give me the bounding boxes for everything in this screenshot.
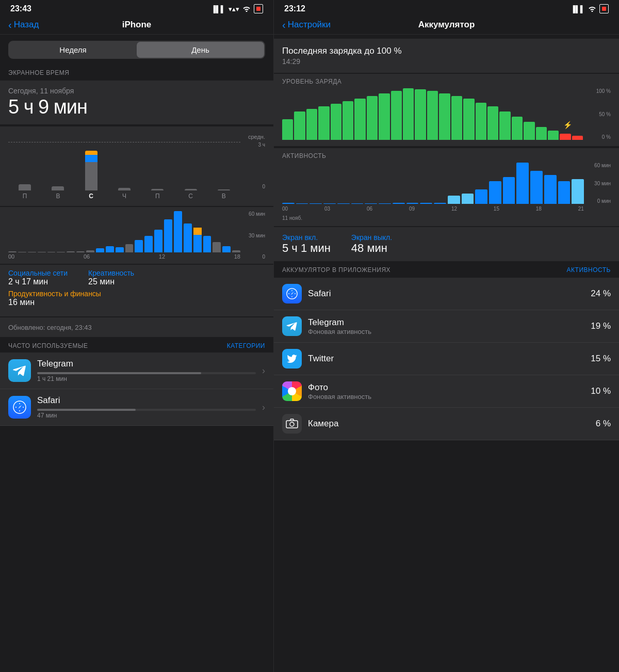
activity-chart-relative: 60 мин 30 мин 0 мин xyxy=(282,163,611,204)
screen-on-label: Экран вкл. xyxy=(282,233,331,242)
batt-app-row-twitter[interactable]: Twitter 15 % xyxy=(274,343,619,375)
right-back-button[interactable]: ‹ Настройки xyxy=(282,19,331,31)
segment-day[interactable]: День xyxy=(137,42,264,58)
bar-label-в2: В xyxy=(222,193,226,200)
bar-label-ч: Ч xyxy=(122,193,126,200)
screen-off-value: 48 мин xyxy=(351,242,392,255)
telegram-batt-name: Telegram xyxy=(308,317,584,328)
h-bar-20 xyxy=(203,236,211,252)
batt-app-row-photos[interactable]: Фото Фоновая активность 10 % xyxy=(274,375,619,408)
batt-bar-18 xyxy=(487,106,498,140)
act-x-09: 09 xyxy=(409,206,415,212)
right-nav-title: Аккумулятор xyxy=(418,20,475,30)
act-bar-18 xyxy=(530,171,543,204)
bar-label-с2: С xyxy=(188,193,193,200)
h-bar-21 xyxy=(213,242,221,252)
bar-С2: С xyxy=(174,133,207,200)
safari-chevron-icon: › xyxy=(262,402,265,413)
bar-label-п2: П xyxy=(155,193,160,200)
segment-control: Неделя День xyxy=(8,41,265,59)
act-bar-13 xyxy=(462,194,474,204)
h-bar-16 xyxy=(164,219,172,252)
segment-week[interactable]: Неделя xyxy=(9,42,137,58)
bar-label-с: С xyxy=(89,193,93,200)
left-status-bar: 23:43 ▐▌▌ ▾▴▾ xyxy=(0,0,273,15)
twitter-batt-name: Twitter xyxy=(308,354,584,364)
h-bar-3 xyxy=(38,252,46,252)
h-bar-17 xyxy=(174,211,182,252)
screen-off-stat: Экран выкл. 48 мин xyxy=(351,233,392,255)
hourly-x-06: 06 xyxy=(84,253,90,260)
act-x-12: 12 xyxy=(451,206,457,212)
right-status-icons: ▐▌▌ xyxy=(571,4,609,13)
batt-bar-16 xyxy=(463,99,474,140)
hourly-x-18: 18 xyxy=(234,253,240,260)
batt-bar-4 xyxy=(318,106,329,140)
act-bar-10 xyxy=(420,203,432,204)
app-row-telegram[interactable]: Telegram 1 ч 21 мин › xyxy=(0,353,273,389)
h-bar-19 xyxy=(193,228,202,252)
h-bar-10 xyxy=(106,246,114,252)
act-bar-0 xyxy=(282,203,295,204)
photos-batt-info: Фото Фоновая активность xyxy=(308,382,584,401)
y-label-0: 0 xyxy=(242,184,265,189)
h-bar-13 xyxy=(135,240,143,252)
safari-app-name: Safari xyxy=(37,395,256,406)
hourly-x-labels: 00 06 12 18 xyxy=(8,253,265,260)
weekly-y-axis: 3 ч 0 xyxy=(242,142,265,189)
last-charge-time: 14:29 xyxy=(282,57,611,66)
screen-time-section-label: ЭКРАННОЕ ВРЕМЯ xyxy=(0,65,273,78)
batt-app-row-camera[interactable]: Камера 6 % xyxy=(274,408,619,440)
hourly-bars xyxy=(8,211,265,252)
left-back-button[interactable]: ‹ Назад xyxy=(8,19,39,31)
bar-П: П xyxy=(8,133,41,200)
frequent-action[interactable]: КАТЕГОРИИ xyxy=(227,342,265,349)
h-bar-5 xyxy=(57,252,65,252)
cat-social-name: Социальные сети xyxy=(8,269,68,277)
telegram-app-icon xyxy=(8,359,31,382)
batt-app-row-telegram[interactable]: Telegram Фоновая активность 19 % xyxy=(274,310,619,343)
right-wifi-icon xyxy=(588,6,596,12)
act-x-18: 18 xyxy=(536,206,542,212)
screen-time-total: 5 ч 9 мин xyxy=(8,96,265,118)
app-row-safari[interactable]: Safari 47 мин › xyxy=(0,389,273,426)
cat-row-1: Социальные сети 2 ч 17 мин Креативность … xyxy=(8,269,265,286)
safari-batt-icon xyxy=(282,284,302,303)
safari-app-icon xyxy=(8,396,31,419)
screen-on-stat: Экран вкл. 5 ч 1 мин xyxy=(282,233,331,255)
wifi-icon: ▾▴▾ xyxy=(229,5,239,13)
batt-bar-3 xyxy=(306,109,317,140)
batt-bar-17 xyxy=(476,103,486,140)
batt-bar-23 xyxy=(548,131,559,140)
app-battery-label: АККУМУЛЯТОР В ПРИЛОЖЕНИЯХ xyxy=(282,266,390,274)
activity-chart-label: АКТИВНОСТЬ xyxy=(282,152,611,163)
act-y-0: 0 мин xyxy=(585,198,611,204)
bar-В1: В xyxy=(41,133,74,200)
activity-x-labels: 00 03 06 09 12 15 18 21 xyxy=(282,206,611,212)
avg-label: средн. xyxy=(248,134,265,140)
right-status-time: 23:12 xyxy=(284,4,305,13)
right-back-label: Настройки xyxy=(288,20,331,30)
batt-bar-5 xyxy=(331,104,341,140)
battery-chart-container: УРОВЕНЬ ЗАРЯДА xyxy=(274,74,619,146)
batt-bar-1 xyxy=(282,119,293,140)
safari-batt-percent: 24 % xyxy=(591,289,611,299)
telegram-batt-info: Telegram Фоновая активность xyxy=(308,317,584,335)
act-bar-6 xyxy=(365,203,377,204)
act-bar-9 xyxy=(406,203,419,204)
bar-П2: П xyxy=(141,133,174,200)
act-bar-15 xyxy=(489,181,501,204)
app-battery-action[interactable]: АКТИВНОСТЬ xyxy=(567,266,611,274)
act-bar-21 xyxy=(572,179,584,204)
hourly-y-axis: 60 мин 30 мин 0 xyxy=(242,211,265,260)
batt-app-row-safari[interactable]: Safari 24 % xyxy=(274,278,619,310)
hourly-y-0: 0 xyxy=(242,254,265,260)
act-bar-12 xyxy=(448,196,460,204)
frequent-label: ЧАСТО ИСПОЛЬЗУЕМЫЕ xyxy=(8,342,88,349)
screen-on-value: 5 ч 1 мин xyxy=(282,242,331,255)
right-status-bar: 23:12 ▐▌▌ xyxy=(274,0,619,15)
batt-bar-22 xyxy=(536,127,547,140)
batt-y-0: 0 % xyxy=(586,134,611,140)
h-bar-8 xyxy=(86,250,94,252)
telegram-bar-bg xyxy=(37,372,256,374)
